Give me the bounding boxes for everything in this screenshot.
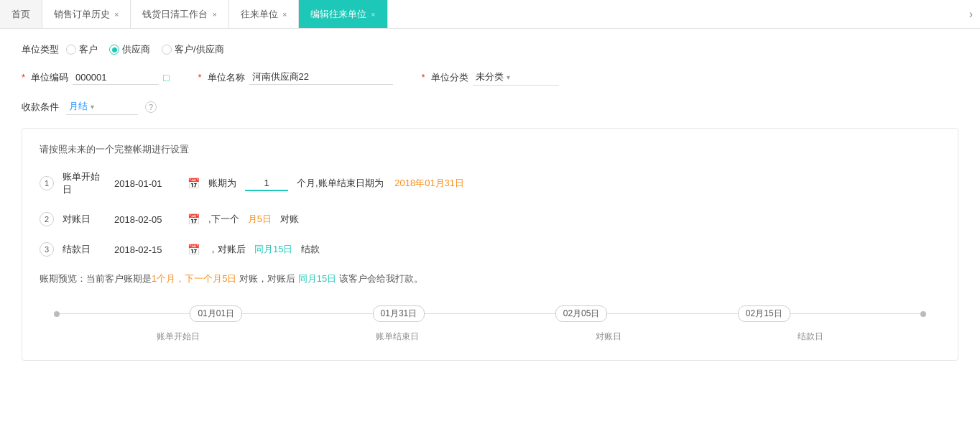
period-row-3: 3 结款日 2018-02-15 📅 ，对账后 同月15日 结款 bbox=[40, 242, 940, 257]
unit-category-select[interactable]: 未分类 ▾ bbox=[473, 69, 559, 86]
tab-sales-history[interactable]: 销售订单历史× bbox=[42, 0, 131, 28]
payment-condition-label: 收款条件 bbox=[22, 101, 59, 114]
unit-type-row: 单位类型 客户 供应商 客户/供应商 bbox=[22, 43, 958, 56]
tab-label-sales-history: 销售订单历史 bbox=[54, 8, 110, 21]
content-area: 单位类型 客户 供应商 客户/供应商 * 单位编码 □ * 单位名称 bbox=[0, 29, 980, 437]
question-icon[interactable]: ? bbox=[145, 101, 157, 113]
preview-part-4: 该客户会给我打款。 bbox=[336, 273, 423, 284]
radio-label-both: 客户/供应商 bbox=[175, 43, 224, 56]
unit-code-group: * 单位编码 □ bbox=[22, 70, 170, 85]
period-desc-suffix-1: 对账 bbox=[280, 213, 299, 226]
period-date-2: 2018-02-15 bbox=[114, 244, 179, 255]
period-desc-suffix-0: 个月,账单结束日期为 bbox=[297, 177, 386, 190]
period-input-0[interactable] bbox=[245, 176, 288, 191]
tl-label-3: 结款日 bbox=[798, 331, 823, 343]
period-label-0: 账单开始日 bbox=[63, 170, 106, 196]
tab-label-home: 首页 bbox=[11, 8, 30, 21]
radio-label-customer: 客户 bbox=[79, 43, 98, 56]
tab-more-button[interactable]: › bbox=[962, 0, 980, 28]
unit-category-label: 单位分类 bbox=[431, 71, 468, 84]
period-card: 请按照未来的一个完整帐期进行设置 1 账单开始日 2018-01-01 📅 账期… bbox=[22, 128, 958, 361]
calendar-icon-2[interactable]: 📅 bbox=[188, 244, 200, 255]
tab-close-edit-counterparty[interactable]: × bbox=[371, 10, 375, 19]
radio-supplier[interactable]: 供应商 bbox=[109, 43, 150, 56]
period-highlight-1: 月5日 bbox=[248, 213, 272, 226]
tl-badge-3: 02月15日 bbox=[738, 305, 790, 322]
tl-line-2 bbox=[425, 313, 555, 314]
tl-line-1 bbox=[242, 313, 372, 314]
unit-code-label: 单位编码 bbox=[31, 71, 68, 84]
unit-category-chevron: ▾ bbox=[507, 73, 510, 81]
timeline-right-dot bbox=[920, 311, 926, 317]
tab-counterparty[interactable]: 往来单位× bbox=[229, 0, 299, 28]
radio-customer[interactable]: 客户 bbox=[66, 43, 98, 56]
tab-edit-counterparty[interactable]: 编辑往来单位× bbox=[299, 0, 387, 28]
tab-home[interactable]: 首页 bbox=[0, 0, 42, 28]
period-label-1: 对账日 bbox=[63, 213, 106, 226]
unit-code-input[interactable] bbox=[73, 70, 159, 85]
period-row-2: 2 对账日 2018-02-05 📅 ,下一个 月5日 对账 bbox=[40, 212, 940, 226]
preview-part-1: 下一个月5日 bbox=[185, 273, 236, 284]
unit-name-label: 单位名称 bbox=[208, 71, 245, 84]
radio-label-supplier: 供应商 bbox=[122, 43, 150, 56]
timeline-labels: 账单开始日账单结束日对账日结款日 bbox=[40, 328, 940, 346]
unit-name-group: * 单位名称 bbox=[198, 70, 393, 85]
period-num-0: 1 bbox=[40, 176, 54, 190]
preview-part-3: 同月15日 bbox=[298, 273, 336, 284]
period-desc-suffix-2: 结款 bbox=[301, 243, 320, 256]
period-date-0: 2018-01-01 bbox=[114, 178, 179, 189]
period-highlight-0: 2018年01月31日 bbox=[394, 177, 464, 190]
timeline-left-dot bbox=[54, 311, 60, 317]
radio-circle-both bbox=[162, 45, 172, 55]
tab-close-counterparty[interactable]: × bbox=[282, 10, 287, 19]
period-rows: 1 账单开始日 2018-01-01 📅 账期为 个月,账单结束日期为 2018… bbox=[40, 170, 940, 257]
unit-category-value: 未分类 bbox=[476, 70, 504, 83]
tl-badge-1: 01月31日 bbox=[373, 305, 425, 322]
tl-label-0: 账单开始日 bbox=[157, 331, 200, 343]
payment-condition-row: 收款条件 月结 ▾ ? bbox=[22, 98, 958, 115]
preview-part-2: 对账，对账后 bbox=[236, 273, 297, 284]
period-date-1: 2018-02-05 bbox=[114, 214, 179, 225]
tl-line-3 bbox=[607, 313, 737, 314]
unit-name-input[interactable] bbox=[249, 70, 393, 85]
period-row-1: 1 账单开始日 2018-01-01 📅 账期为 个月,账单结束日期为 2018… bbox=[40, 170, 940, 196]
copy-icon[interactable]: □ bbox=[163, 72, 169, 83]
unit-type-radio-group: 客户 供应商 客户/供应商 bbox=[66, 43, 224, 56]
tab-close-cashier[interactable]: × bbox=[212, 10, 216, 19]
tab-label-cashier: 钱货日清工作台 bbox=[142, 8, 208, 21]
period-desc-prefix-1: ,下一个 bbox=[208, 213, 239, 226]
tl-badge-2: 02月05日 bbox=[555, 305, 608, 322]
radio-circle-customer bbox=[66, 45, 76, 55]
tl-line-0 bbox=[60, 313, 190, 314]
period-num-1: 2 bbox=[40, 212, 54, 226]
period-num-2: 3 bbox=[40, 242, 54, 257]
payment-condition-chevron: ▾ bbox=[91, 103, 94, 111]
radio-both[interactable]: 客户/供应商 bbox=[162, 43, 224, 56]
tab-bar: 首页销售订单历史×钱货日清工作台×往来单位×编辑往来单位×› bbox=[0, 0, 980, 29]
timeline: 01月01日01月31日02月05日02月15日 bbox=[40, 300, 940, 328]
tab-label-counterparty: 往来单位 bbox=[241, 8, 278, 21]
period-label-2: 结款日 bbox=[63, 243, 106, 256]
unit-name-star: * bbox=[198, 72, 202, 83]
tab-close-sales-history[interactable]: × bbox=[114, 10, 119, 19]
card-title: 请按照未来的一个完整帐期进行设置 bbox=[40, 143, 940, 156]
payment-condition-select[interactable]: 月结 ▾ bbox=[66, 98, 138, 115]
tab-cashier[interactable]: 钱货日清工作台× bbox=[131, 0, 228, 28]
radio-circle-supplier bbox=[109, 45, 119, 55]
tl-label-2: 对账日 bbox=[596, 331, 621, 343]
preview-label: 账期预览：当前客户账期是 bbox=[40, 273, 152, 284]
calendar-icon-0[interactable]: 📅 bbox=[188, 178, 200, 189]
period-desc-prefix-2: ，对账后 bbox=[208, 243, 246, 256]
unit-category-group: * 单位分类 未分类 ▾ bbox=[422, 69, 559, 86]
period-desc-prefix-0: 账期为 bbox=[208, 177, 236, 190]
unit-info-row: * 单位编码 □ * 单位名称 * 单位分类 未分类 ▾ bbox=[22, 69, 958, 86]
unit-type-label: 单位类型 bbox=[22, 43, 59, 56]
tl-line-last bbox=[790, 313, 920, 314]
preview-text: 账期预览：当前客户账期是1个月，下一个月5日 对账，对账后 同月15日 该客户会… bbox=[40, 272, 940, 285]
payment-condition-value: 月结 bbox=[69, 100, 88, 113]
calendar-icon-1[interactable]: 📅 bbox=[188, 213, 200, 225]
unit-category-star: * bbox=[422, 72, 425, 83]
unit-code-star: * bbox=[22, 72, 25, 83]
preview-part-0: 1个月， bbox=[152, 273, 185, 284]
tl-label-1: 账单结束日 bbox=[376, 331, 419, 343]
